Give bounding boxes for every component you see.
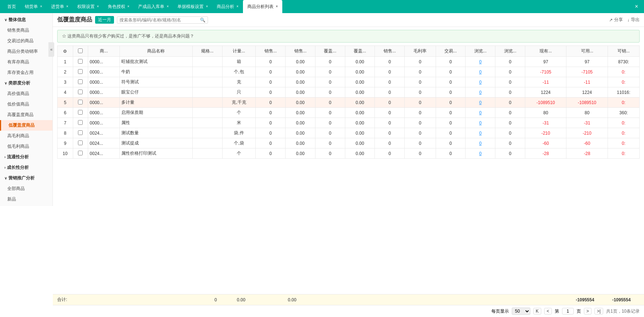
tab-template[interactable]: 单据模板设置 × [173, 0, 212, 13]
row-select-checkbox[interactable] [78, 140, 83, 145]
close-sales-tab[interactable]: × [40, 0, 42, 13]
row-gross-margin: 0 [405, 108, 436, 118]
search-input[interactable] [119, 17, 200, 23]
sidebar-collapse-button[interactable]: « [48, 42, 54, 57]
close-permission-tab[interactable]: × [97, 0, 99, 13]
row-select-checkbox[interactable] [78, 110, 83, 115]
row-select-checkbox[interactable] [78, 90, 83, 94]
sidebar-item-in-stock[interactable]: 有库存商品 [0, 57, 52, 67]
sidebar-item-sales-goods[interactable]: 销售类商品 [0, 25, 52, 36]
row-select-checkbox[interactable] [78, 151, 83, 155]
row-browse1[interactable]: 0 [466, 108, 495, 118]
close-template-tab[interactable]: × [206, 0, 208, 13]
sidebar-section-cluster[interactable]: ∨ 类群度分析 [0, 78, 52, 88]
close-product-tab[interactable]: × [166, 0, 169, 13]
row-checkbox[interactable] [73, 87, 88, 98]
export-button[interactable]: ↓ 导出 [627, 17, 640, 23]
close-purchase-tab[interactable]: × [66, 0, 68, 13]
row-browse1[interactable]: 0 [466, 148, 495, 159]
table-container[interactable]: ⚙ 商... 商品名称 规格... 计量... 销售... 销售... 覆盖..… [53, 45, 644, 294]
row-available: -31 [566, 118, 608, 128]
sidebar-section-growth[interactable]: › 成长性分析 [0, 162, 52, 173]
window-close-button[interactable]: × [632, 3, 641, 10]
table-row: 9 0024... 测试提成 个,袋 0 0.00 0 0.00 0 0 0 0… [58, 138, 640, 148]
row-browse1[interactable]: 0 [466, 138, 495, 148]
row-sellable: 8730: [608, 57, 639, 67]
row-spec [192, 87, 222, 98]
sidebar-item-high-value[interactable]: 高价值商品 [0, 88, 52, 99]
row-select-checkbox[interactable] [78, 79, 83, 84]
row-current: -1089510 [525, 98, 566, 108]
row-select-checkbox[interactable] [78, 120, 83, 125]
last-page-button[interactable]: >| [594, 308, 603, 314]
row-browse1[interactable]: 0 [466, 87, 495, 98]
tab-home[interactable]: 低覆盖度商品 首页 [3, 0, 20, 13]
sidebar-item-category-rate[interactable]: 商品分类动销率 [0, 46, 52, 57]
row-browse1[interactable]: 0 [466, 77, 495, 87]
sidebar-item-low-margin[interactable]: 低毛利商品 [0, 141, 52, 152]
close-analysis-list-tab[interactable]: × [276, 0, 278, 13]
row-checkbox[interactable] [73, 98, 88, 108]
sidebar-item-low-coverage[interactable]: 低覆盖度商品 [0, 120, 52, 131]
row-select-checkbox[interactable] [78, 100, 83, 104]
row-checkbox[interactable] [73, 148, 88, 159]
row-sales-count: 0 [375, 67, 405, 77]
sidebar-section-overall[interactable]: ∨ 整体信息 [0, 15, 52, 25]
date-filter-button[interactable]: 近一月 [95, 16, 114, 24]
row-sales-qty: 0 [256, 128, 286, 138]
row-browse1[interactable]: 0 [466, 128, 495, 138]
row-sales-qty: 0 [256, 67, 286, 77]
row-sales-amt: 0.00 [286, 148, 315, 159]
row-checkbox[interactable] [73, 118, 88, 128]
sidebar-item-capital[interactable]: 库存资金占用 [0, 67, 52, 78]
next-page-button[interactable]: > [584, 308, 592, 314]
total-sales-amt: 0.00 [228, 297, 254, 302]
row-checkbox[interactable] [73, 108, 88, 118]
prev-page-button[interactable]: < [544, 308, 552, 314]
sidebar-item-traded-goods[interactable]: 交易过的商品 [0, 36, 52, 46]
row-checkbox[interactable] [73, 67, 88, 77]
page-number-input[interactable] [562, 308, 574, 314]
row-sellable: 0: [608, 128, 639, 138]
row-no: 8 [58, 128, 73, 138]
row-browse1[interactable]: 0 [466, 98, 495, 108]
per-page-select[interactable]: 50 20 100 200 [512, 308, 530, 315]
share-icon: ↗ [609, 17, 613, 23]
tab-product-analysis[interactable]: 商品分析 × [212, 0, 243, 13]
tab-sales[interactable]: 销货单 × [20, 0, 47, 13]
row-checkbox[interactable] [73, 57, 88, 67]
table-row: 8 0024... 测试数量 袋,件 0 0.00 0 0.00 0 0 0 0… [58, 128, 640, 138]
tab-permission[interactable]: 权限设置 × [73, 0, 103, 13]
section-arrow-flow: › [4, 155, 5, 159]
row-gross-margin: 0 [405, 98, 436, 108]
share-button[interactable]: ↗ 分享 [609, 17, 623, 23]
row-select-checkbox[interactable] [78, 59, 83, 64]
col-transaction: 交易... [436, 46, 466, 57]
col-settings[interactable]: ⚙ [58, 46, 73, 57]
first-page-button[interactable]: K [533, 308, 541, 314]
row-checkbox[interactable] [73, 77, 88, 87]
sidebar-item-low-value[interactable]: 低价值商品 [0, 99, 52, 110]
sidebar-item-all-goods[interactable]: 全部商品 [0, 183, 52, 194]
row-checkbox[interactable] [73, 128, 88, 138]
sidebar-item-high-margin[interactable]: 高毛利商品 [0, 131, 52, 141]
sidebar-item-high-coverage[interactable]: 高覆盖度商品 [0, 110, 52, 120]
tab-role[interactable]: 角色授权 × [103, 0, 134, 13]
select-all-checkbox[interactable] [78, 48, 83, 53]
tab-product-warehouse[interactable]: 产成品入库单 × [134, 0, 173, 13]
tab-product-analysis-list[interactable]: 商品分析列表 × [243, 0, 282, 13]
row-sellable: 0: [608, 138, 639, 148]
row-browse1[interactable]: 0 [466, 57, 495, 67]
row-select-checkbox[interactable] [78, 69, 83, 74]
row-sales-qty: 0 [256, 118, 286, 128]
sidebar-item-new-goods[interactable]: 新品 [0, 194, 52, 205]
row-select-checkbox[interactable] [78, 130, 83, 135]
close-role-tab[interactable]: × [127, 0, 130, 13]
row-checkbox[interactable] [73, 138, 88, 148]
sidebar-section-flow[interactable]: › 流通性分析 [0, 152, 52, 162]
sidebar-section-marketing[interactable]: ∨ 营销推广分析 [0, 173, 52, 183]
row-browse1[interactable]: 0 [466, 118, 495, 128]
close-analysis-tab[interactable]: × [236, 0, 239, 13]
tab-purchase[interactable]: 进货单 × [47, 0, 73, 13]
row-browse1[interactable]: 0 [466, 67, 495, 77]
